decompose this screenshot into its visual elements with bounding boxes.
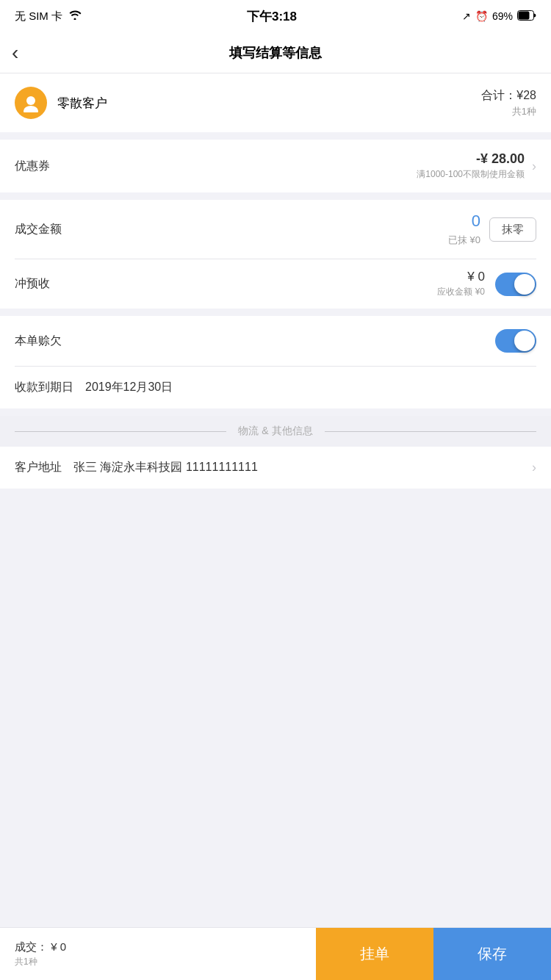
- prepay-values: ¥ 0 应收金额 ¥0: [437, 270, 485, 298]
- status-right: ↗ ⏰ 69%: [462, 10, 536, 23]
- transaction-label: 成交金额: [15, 222, 62, 237]
- prepay-right: ¥ 0 应收金额 ¥0: [437, 270, 536, 298]
- status-bar: 无 SIM 卡 下午3:18 ↗ ⏰ 69%: [0, 0, 551, 32]
- prepay-label: 冲预收: [15, 276, 50, 292]
- transaction-value[interactable]: 0: [448, 212, 480, 231]
- customer-count: 共1种: [481, 105, 536, 118]
- bottom-summary-bottom: 共1种: [15, 956, 301, 968]
- customer-right: 合计：¥28 共1种: [481, 88, 536, 118]
- svg-point-2: [26, 96, 35, 105]
- chevron-right-icon: ›: [532, 159, 536, 174]
- nav-bar: ‹ 填写结算等信息: [0, 32, 551, 73]
- customer-name: 零散客户: [57, 95, 107, 112]
- bottom-bar: 成交： ¥ 0 共1种 挂单 保存: [0, 927, 551, 980]
- customer-avatar: [15, 87, 47, 119]
- duedate-value[interactable]: 2019年12月30日: [85, 380, 173, 395]
- address-label: 客户地址: [15, 460, 62, 475]
- toggle-knob: [514, 274, 535, 295]
- svg-rect-1: [518, 11, 529, 19]
- prepay-subtext: 应收金额 ¥0: [437, 286, 485, 298]
- battery-text: 69%: [492, 10, 513, 22]
- coupon-section: 优惠券 -¥ 28.00 满1000-100不限制使用金额 ›: [0, 140, 551, 192]
- prepay-toggle[interactable]: [495, 273, 536, 296]
- back-button[interactable]: ‹: [12, 41, 18, 65]
- transaction-subtext: 已抹 ¥0: [448, 234, 480, 247]
- location-icon: ↗: [462, 10, 471, 22]
- coupon-amount: -¥ 28.00: [417, 151, 525, 167]
- address-chevron-icon: ›: [532, 460, 536, 475]
- logistics-header: 物流 & 其他信息: [0, 416, 551, 447]
- alarm-icon: ⏰: [475, 10, 488, 22]
- empty-space: [0, 489, 551, 635]
- prepay-row: 冲预收 ¥ 0 应收金额 ¥0: [0, 259, 551, 309]
- debit-toggle[interactable]: [495, 329, 536, 353]
- bottom-summary: 成交： ¥ 0 共1种: [0, 940, 316, 968]
- content-area: 零散客户 合计：¥28 共1种 优惠券 -¥ 28.00 满1000-100不限…: [0, 73, 551, 694]
- address-value: 张三 海淀永丰科技园 11111111111: [73, 460, 520, 475]
- debit-section: 本单赊欠 收款到期日 2019年12月30日: [0, 316, 551, 408]
- transaction-row: 成交金额 0 已抹 ¥0 抹零: [0, 200, 551, 259]
- svg-point-3: [24, 106, 38, 112]
- bottom-buttons: 挂单 保存: [316, 928, 551, 980]
- coupon-value: -¥ 28.00 满1000-100不限制使用金额: [417, 151, 525, 181]
- prepay-amount: ¥ 0: [437, 270, 485, 284]
- coupon-label: 优惠券: [15, 159, 50, 174]
- status-left: 无 SIM 卡: [15, 10, 82, 24]
- wifi-icon: [68, 10, 82, 23]
- logistics-section: 物流 & 其他信息: [0, 416, 551, 447]
- pending-button[interactable]: 挂单: [316, 928, 433, 980]
- coupon-row[interactable]: 优惠券 -¥ 28.00 满1000-100不限制使用金额 ›: [0, 140, 551, 192]
- round-button[interactable]: 抹零: [489, 217, 536, 242]
- logistics-divider-left: [15, 431, 226, 432]
- customer-total: 合计：¥28: [481, 88, 536, 104]
- address-row[interactable]: 客户地址 张三 海淀永丰科技园 11111111111 ›: [0, 447, 551, 489]
- customer-row: 零散客户 合计：¥28 共1种: [0, 73, 551, 132]
- battery-icon: [517, 10, 536, 23]
- debit-toggle-knob: [514, 331, 535, 351]
- page-title: 填写结算等信息: [229, 44, 322, 62]
- coupon-subtext: 满1000-100不限制使用金额: [417, 168, 525, 181]
- address-section: 客户地址 张三 海淀永丰科技园 11111111111 ›: [0, 447, 551, 489]
- duedate-label: 收款到期日: [15, 380, 73, 395]
- logistics-divider-right: [325, 431, 536, 432]
- customer-section: 零散客户 合计：¥28 共1种: [0, 73, 551, 132]
- bottom-summary-top: 成交： ¥ 0: [15, 940, 301, 954]
- logistics-title: 物流 & 其他信息: [226, 425, 324, 438]
- no-sim-text: 无 SIM 卡: [15, 10, 62, 24]
- customer-left: 零散客户: [15, 87, 107, 119]
- coupon-right: -¥ 28.00 满1000-100不限制使用金额 ›: [50, 151, 536, 181]
- debit-row: 本单赊欠: [0, 316, 551, 366]
- duedate-row: 收款到期日 2019年12月30日: [0, 367, 551, 408]
- debit-label: 本单赊欠: [15, 334, 62, 349]
- amount-section: 成交金额 0 已抹 ¥0 抹零 冲预收 ¥ 0 应收金额 ¥0: [0, 200, 551, 309]
- status-time: 下午3:18: [247, 8, 297, 25]
- save-button[interactable]: 保存: [433, 928, 551, 980]
